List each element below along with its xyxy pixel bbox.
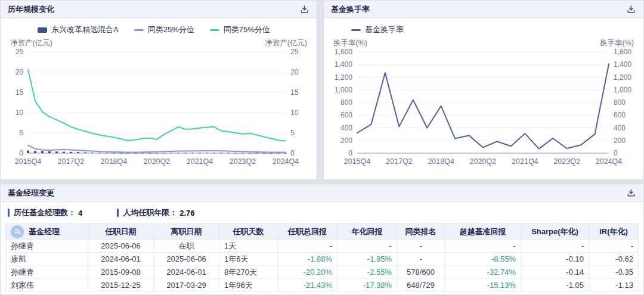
table-cell: -: [278, 240, 338, 253]
svg-text:1,600: 1,600: [614, 48, 631, 56]
y-axis-name-right: 净资产(亿元): [265, 38, 307, 48]
svg-text:15: 15: [16, 88, 24, 97]
legend-item-0[interactable]: 基金换手率: [351, 24, 404, 35]
column-header-0: 基金经理: [6, 224, 88, 240]
legend-item-2[interactable]: 同类75%分位: [210, 24, 270, 35]
svg-text:200: 200: [340, 136, 352, 145]
table-cell: -1.13: [589, 279, 639, 292]
table-cell: -15.13%: [445, 279, 521, 292]
svg-text:1,000: 1,000: [614, 86, 631, 94]
table-row: 孙继青2015-09-082024-06-018年270天-20.20%-2.5…: [6, 266, 639, 279]
legend-swatch: [134, 29, 144, 31]
table-cell: 孙继青: [6, 266, 88, 279]
table-cell: 2015-12-25: [88, 279, 154, 292]
svg-text:1,400: 1,400: [335, 60, 352, 69]
table-cell: 8年270天: [219, 266, 278, 279]
svg-text:1,400: 1,400: [614, 60, 631, 69]
svg-text:400: 400: [340, 124, 352, 132]
column-header-1: 任职日期: [88, 224, 154, 240]
download-icon: [300, 5, 309, 14]
stat-marker: [117, 209, 119, 217]
table-cell: -0.10: [521, 253, 589, 266]
scale-axis-names: 净资产(亿元) 净资产(亿元): [1, 38, 317, 48]
download-button[interactable]: [299, 4, 309, 15]
table-cell: -: [397, 253, 445, 266]
svg-text:2021Q4: 2021Q4: [187, 157, 213, 166]
svg-text:20: 20: [290, 68, 299, 76]
legend-label: 同类75%分位: [224, 24, 270, 35]
svg-text:1,200: 1,200: [614, 73, 631, 82]
table-cell: -: [397, 240, 445, 253]
stat-marker: [8, 209, 10, 217]
svg-text:10: 10: [290, 108, 299, 117]
svg-text:2015Q4: 2015Q4: [344, 157, 371, 166]
svg-text:0: 0: [614, 149, 618, 157]
y-axis-name-left: 换手率(%): [333, 38, 367, 48]
svg-text:2020Q2: 2020Q2: [470, 157, 497, 166]
turnover-panel-header: 基金换手率: [324, 1, 643, 18]
svg-text:2020Q2: 2020Q2: [144, 157, 171, 166]
legend-swatch: [38, 27, 47, 33]
table-cell: -1.05: [521, 279, 589, 292]
legend-item-1[interactable]: 同类25%分位: [134, 24, 194, 35]
svg-text:600: 600: [614, 111, 626, 119]
svg-text:0: 0: [19, 149, 23, 157]
svg-text:2023Q2: 2023Q2: [553, 157, 580, 166]
table-row: 刘家伟2015-12-252017-03-291年96天-21.43%-17.3…: [6, 279, 639, 292]
table-cell: 2025-06-06: [88, 240, 154, 253]
table-cell: 孙继青: [6, 240, 88, 253]
table-cell: 康凯: [6, 253, 88, 266]
stat-value: 2.76: [179, 209, 194, 218]
download-button[interactable]: [626, 4, 636, 15]
table-cell: 648/729: [397, 279, 445, 292]
scale-chart-legend: 东兴改革精选混合A同类25%分位同类75%分位: [1, 22, 317, 38]
managers-panel: 基金经理变更 历任基金经理数： 4 人均任职年限： 2.76 基金经理任职日期离…: [0, 184, 644, 295]
stat-avg-tenure: 人均任职年限： 2.76: [117, 207, 194, 218]
table-cell: 1年96天: [219, 279, 278, 292]
table-cell: -20.20%: [278, 266, 338, 279]
svg-text:400: 400: [614, 124, 626, 132]
table-cell: 在职: [154, 240, 219, 253]
turnover-panel-body: 基金换手率 换手率(%) 换手率(%) 00200200400400600600…: [324, 18, 643, 179]
svg-text:1,000: 1,000: [335, 86, 352, 94]
table-cell: -: [445, 240, 521, 253]
column-header-7: 超越基准回报: [445, 224, 521, 240]
legend-swatch: [210, 29, 219, 31]
list-search-icon: [11, 225, 24, 238]
column-header-6: 同类排名: [397, 224, 445, 240]
scale-panel-title: 历年规模变化: [8, 4, 54, 15]
stat-label: 人均任职年限：: [123, 207, 177, 218]
scale-panel-body: 东兴改革精选混合A同类25%分位同类75%分位 净资产(亿元) 净资产(亿元) …: [1, 18, 317, 179]
svg-text:5: 5: [290, 129, 295, 137]
column-header-label: 基金经理: [29, 226, 60, 237]
table-cell: -2.55%: [338, 266, 397, 279]
scale-chart-canvas[interactable]: 005510101515202025252015Q42017Q22018Q420…: [1, 48, 315, 167]
legend-swatch: [351, 29, 361, 31]
table-cell: -8.55%: [445, 253, 521, 266]
legend-item-0[interactable]: 东兴改革精选混合A: [38, 24, 119, 35]
svg-text:1,200: 1,200: [335, 73, 352, 82]
svg-text:800: 800: [614, 98, 626, 107]
svg-text:5: 5: [19, 129, 23, 137]
table-cell: 刘家伟: [6, 279, 88, 292]
svg-text:2018Q4: 2018Q4: [428, 157, 454, 166]
column-header-8: Sharpe(年化): [521, 224, 589, 240]
svg-text:20: 20: [16, 68, 24, 76]
table-cell: 2025-06-06: [154, 253, 219, 266]
table-cell: -21.43%: [278, 279, 338, 292]
download-icon: [627, 188, 636, 197]
table-cell: -: [589, 240, 639, 253]
table-cell: -0.35: [589, 266, 639, 279]
turnover-chart-legend: 基金换手率: [324, 22, 643, 38]
table-cell: 2024-06-01: [154, 266, 219, 279]
download-button[interactable]: [626, 188, 636, 198]
turnover-chart-canvas[interactable]: 002002004004006006008008001,0001,0001,20…: [324, 48, 642, 167]
managers-panel-header: 基金经理变更: [1, 184, 643, 202]
y-axis-name-left: 净资产(亿元): [10, 38, 52, 48]
legend-label: 同类25%分位: [148, 24, 194, 35]
table-cell: 1年6天: [219, 253, 278, 266]
turnover-axis-names: 换手率(%) 换手率(%): [324, 38, 643, 48]
table-cell: 1天: [219, 240, 278, 253]
svg-text:0: 0: [290, 149, 295, 157]
svg-text:2017Q2: 2017Q2: [58, 157, 85, 166]
